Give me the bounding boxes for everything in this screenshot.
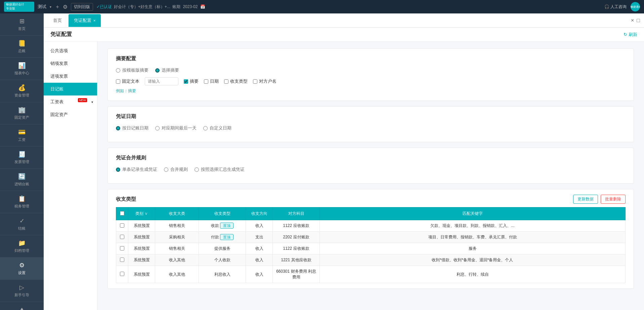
row-checkbox-0[interactable] <box>120 223 124 228</box>
switch-old-btn[interactable]: 切到旧版 <box>71 3 93 11</box>
sidebar-label-invoice-mgmt: 发票管理 <box>14 159 29 164</box>
voucher-merge-section: 凭证合并规则 单条记录生成凭证 合并规则 按照选择汇总生成凭证 <box>108 148 634 184</box>
sidebar-item-tax-mgmt[interactable]: 📋 税务管理 <box>0 191 44 213</box>
left-nav-journal[interactable]: 日记账 <box>44 83 97 95</box>
avatar[interactable]: 畅捷通B组... <box>631 2 640 11</box>
tab-close-icon[interactable]: × <box>93 18 95 23</box>
sidebar-item-new-guide[interactable]: ▷ 新手引导 <box>0 280 44 302</box>
td-big-category-3: 收入其他 <box>155 255 199 266</box>
tax-icon: 📋 <box>18 195 26 202</box>
radio-period-last-label: 对应期间最后一天 <box>162 125 197 131</box>
plus-icon[interactable]: ＋ <box>55 3 60 10</box>
tab-bar: 首页 凭证配置 × × □ <box>44 13 644 28</box>
left-nav-payroll[interactable]: 工资表 NEW ▾ <box>44 95 97 108</box>
left-nav-fixed-assets[interactable]: 固定资产 <box>44 108 97 121</box>
new-badge: NEW <box>78 98 87 102</box>
radio-select[interactable]: 选择摘要 <box>155 67 179 73</box>
sidebar-label-home: 首页 <box>18 26 26 31</box>
row-checkbox-4[interactable] <box>120 272 124 276</box>
period-tag: 账期 2023-02 📅 <box>172 4 205 10</box>
radio-select-total-input[interactable] <box>195 167 199 172</box>
consult-btn[interactable]: 🎧 人工咨询 <box>604 4 627 10</box>
radio-merge-rule[interactable]: 合并规则 <box>164 166 188 172</box>
table-row: 系统预置 收入其他 个人收款 收入 1221 其他应收款 收到*借款、收到*备用… <box>116 255 626 266</box>
voucher-date-radio-group: 按日记账日期 对应期间最后一天 自定义日期 <box>116 125 626 131</box>
settlement-icon: ✓ <box>19 217 25 225</box>
sidebar-item-fund-mgmt[interactable]: 💰 资金管理 <box>0 80 44 102</box>
radio-custom-date[interactable]: 自定义日期 <box>203 125 231 131</box>
sidebar-item-settlement[interactable]: ✓ 结账 <box>0 213 44 235</box>
radio-journal-date[interactable]: 按日记账日期 <box>116 125 148 131</box>
type-tag-1[interactable]: 置顶 <box>220 234 233 240</box>
sidebar-item-purchase-sales[interactable]: 🔄 进销台账 <box>0 169 44 191</box>
ledger-icon: 📒 <box>18 40 26 47</box>
radio-template[interactable]: 按模板版摘要 <box>116 67 148 73</box>
table-body: 系统预置 销售相关 收款 置顶 收入 1122 应收账款 欠款、现金、项目款、到… <box>116 220 626 283</box>
left-nav-public[interactable]: 公共选项 <box>44 44 97 57</box>
th-category[interactable]: 类别 ∨ <box>128 207 155 220</box>
settings-icon[interactable]: ⚙ <box>63 4 68 10</box>
check-fixed-text-input[interactable] <box>116 79 120 84</box>
sidebar-item-report-center[interactable]: 📊 报表中心 <box>0 58 44 80</box>
left-nav-sales-invoice[interactable]: 销项发票 <box>44 57 97 70</box>
check-fixed-text[interactable]: 固定文本 <box>116 78 139 84</box>
content-area: 首页 凭证配置 × × □ 凭证配置 ↻ 刷新 公共选项 <box>44 13 644 310</box>
check-counterpart[interactable]: 对方户名 <box>253 78 276 84</box>
sidebar-item-settings[interactable]: ⚙ 设置 <box>0 258 44 280</box>
dropdown-arrow-icon[interactable]: ▾ <box>50 5 51 9</box>
table-btns: 更新数据 批量删除 <box>573 195 626 204</box>
tab-minimize-icon[interactable]: × <box>631 17 634 24</box>
tab-voucher-config-label: 凭证配置 <box>74 17 91 24</box>
left-nav-journal-label: 日记账 <box>50 86 63 91</box>
td-type-1: 付款 置顶 <box>199 232 246 243</box>
sidebar-item-member[interactable]: ♦ 畅会员 <box>0 302 44 310</box>
tab-maximize-icon[interactable]: □ <box>637 17 640 24</box>
top-bar-toolbar: ＋ ⚙ <box>55 3 68 10</box>
check-date[interactable]: 日期 <box>204 78 219 84</box>
row-checkbox-2[interactable] <box>120 246 124 250</box>
consult-label: 人工咨询 <box>610 4 627 9</box>
radio-period-last-input[interactable] <box>155 126 160 130</box>
sidebar-label-fixed-assets: 固定资产 <box>14 115 29 120</box>
td-account-3: 1221 其他应收款 <box>273 255 320 266</box>
sidebar-item-general-ledger[interactable]: 📒 总账 <box>0 36 44 58</box>
sidebar-label-settings: 设置 <box>18 270 26 275</box>
row-checkbox-3[interactable] <box>120 258 124 262</box>
tab-home[interactable]: 首页 <box>48 14 67 27</box>
top-bar-right: 🎧 人工咨询 畅捷通B组... <box>604 2 640 11</box>
radio-template-input[interactable] <box>116 68 120 73</box>
radio-journal-date-input[interactable] <box>116 126 120 130</box>
update-data-button[interactable]: 更新数据 <box>573 195 598 204</box>
td-account-1: 2202 应付账款 <box>273 232 320 243</box>
check-summary-input[interactable] <box>184 79 188 84</box>
tab-voucher-config[interactable]: 凭证配置 × <box>69 14 101 27</box>
fixed-text-input[interactable] <box>145 77 178 85</box>
sidebar-item-invoice-mgmt[interactable]: 🧾 发票管理 <box>0 147 44 169</box>
check-income-type-input[interactable] <box>224 79 228 84</box>
check-counterpart-input[interactable] <box>253 79 257 84</box>
radio-select-total[interactable]: 按照选择汇总生成凭证 <box>195 166 245 172</box>
sidebar-item-home[interactable]: ⊞ 首页 <box>0 13 44 36</box>
sidebar-item-fixed-assets[interactable]: 🏢 固定资产 <box>0 102 44 124</box>
voucher-date-section: 凭证日期 按日记账日期 对应期间最后一天 自定义日期 <box>108 106 634 142</box>
check-income-type[interactable]: 收支类型 <box>224 78 248 84</box>
calendar-icon[interactable]: 📅 <box>200 4 205 9</box>
type-tag-0[interactable]: 置顶 <box>220 223 233 229</box>
left-nav-purchase-invoice[interactable]: 进项发票 <box>44 70 97 83</box>
example-text: 例如：摘要 <box>116 88 626 94</box>
radio-select-input[interactable] <box>155 68 160 73</box>
row-checkbox-1[interactable] <box>120 235 124 239</box>
select-all-checkbox[interactable] <box>120 211 124 216</box>
refresh-button[interactable]: ↻ 刷新 <box>624 32 637 38</box>
batch-delete-button[interactable]: 批量删除 <box>601 195 626 204</box>
radio-single-input[interactable] <box>116 167 120 172</box>
check-summary[interactable]: 摘要 <box>184 78 199 84</box>
radio-merge-rule-input[interactable] <box>164 167 168 172</box>
sidebar-label-purchase-sales: 进销台账 <box>14 182 29 187</box>
radio-single[interactable]: 单条记录生成凭证 <box>116 166 157 172</box>
sidebar-item-payroll[interactable]: 💳 工资 <box>0 124 44 147</box>
check-date-input[interactable] <box>204 79 208 84</box>
radio-custom-date-input[interactable] <box>203 126 208 130</box>
radio-period-last[interactable]: 对应期间最后一天 <box>155 125 197 131</box>
sidebar-item-archive-mgmt[interactable]: 📁 归档管理 <box>0 235 44 258</box>
